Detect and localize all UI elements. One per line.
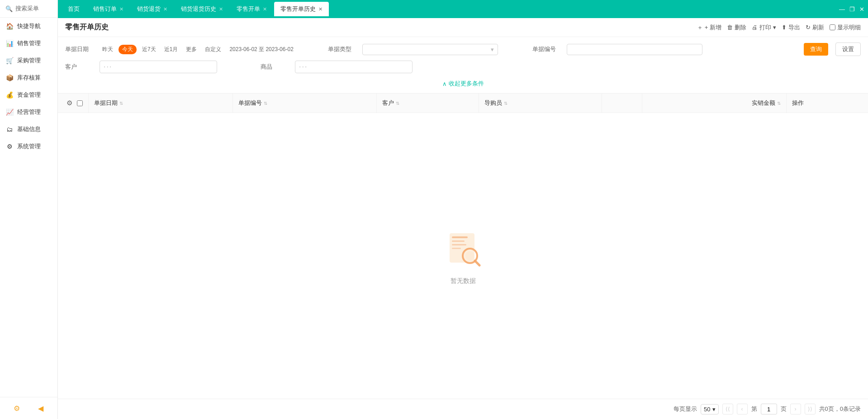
tab-close-sales-return[interactable]: ✕ — [163, 6, 167, 12]
tab-home[interactable]: 首页 — [62, 2, 86, 16]
svg-rect-4 — [452, 248, 461, 249]
purchase-mgmt-icon: 🛒 — [5, 56, 14, 65]
th-no[interactable]: 单据编号 ⇅ — [232, 94, 377, 113]
sort-guide-icon: ⇅ — [504, 101, 508, 106]
tab-close-retail-open[interactable]: ✕ — [263, 6, 267, 12]
customer-select[interactable]: ··· — [100, 61, 217, 73]
prev-page-btn[interactable]: ‹ — [737, 404, 748, 414]
settings-button[interactable]: 设置 — [835, 42, 861, 56]
date-btn-today[interactable]: 今天 — [119, 45, 137, 54]
refresh-label: 刷新 — [812, 24, 824, 32]
sort-no-icon: ⇅ — [264, 101, 267, 106]
display-detail-checkbox[interactable] — [830, 24, 835, 30]
refresh-icon: ↻ — [806, 24, 811, 31]
th-customer[interactable]: 客户 ⇅ — [377, 94, 479, 113]
customer-dots: ··· — [104, 63, 112, 71]
refresh-button[interactable]: ↻ 刷新 — [806, 24, 824, 32]
tab-label-retail-open: 零售开单 — [237, 5, 260, 13]
collapse-label: 收起更多条件 — [449, 80, 484, 88]
doc-type-select[interactable]: ▾ — [362, 44, 498, 55]
doc-no-label: 单据编号 — [532, 45, 560, 53]
add-button[interactable]: ＋ + 新增 — [697, 24, 721, 32]
sidebar-item-quick-nav[interactable]: 🏠 快捷导航 — [0, 18, 57, 35]
tab-label-retail-history: 零售开单历史 — [280, 5, 316, 13]
purchase-mgmt-label: 采购管理 — [17, 56, 41, 65]
add-label: + 新增 — [705, 24, 721, 32]
per-page-select[interactable]: 50 ▾ — [701, 404, 718, 414]
query-button[interactable]: 查询 — [804, 43, 828, 56]
sidebar-item-inventory-check[interactable]: 📦 库存核算 — [0, 69, 57, 86]
empty-illustration — [441, 226, 486, 272]
per-page-value: 50 — [704, 406, 710, 413]
print-icon: 🖨 — [752, 24, 758, 31]
tab-sales-order[interactable]: 销售订单✕ — [87, 2, 130, 16]
th-spacer — [602, 94, 642, 113]
filter-area: 单据日期 昨天 今天 近7天 近1月 更多 自定义 2023-06-02 至 2… — [58, 37, 868, 94]
last-page-btn[interactable]: ⟩⟩ — [805, 404, 816, 414]
basic-info-icon: 🗂 — [5, 125, 14, 133]
collapse-icon: ∧ — [442, 80, 447, 87]
sidebar-item-purchase-mgmt[interactable]: 🛒 采购管理 — [0, 52, 57, 69]
th-guide[interactable]: 导购员 ⇅ — [479, 94, 602, 113]
tab-sales-return[interactable]: 销货退货✕ — [131, 2, 174, 16]
tab-close-sales-order[interactable]: ✕ — [119, 6, 123, 12]
sidebar-search[interactable]: 🔍 搜索采单 — [0, 0, 57, 18]
doc-type-chevron-icon: ▾ — [491, 46, 494, 53]
export-button[interactable]: ⬆ 导出 — [782, 24, 800, 32]
operation-mgmt-icon: 📈 — [5, 108, 14, 116]
sidebar-item-operation-mgmt[interactable]: 📈 经营管理 — [0, 104, 57, 121]
goods-label: 商品 — [261, 63, 288, 71]
date-btn-more[interactable]: 更多 — [183, 45, 199, 54]
select-all-checkbox[interactable] — [77, 100, 83, 106]
next-page-btn[interactable]: › — [790, 404, 801, 414]
tab-retail-history[interactable]: 零售开单历史✕ — [274, 2, 329, 16]
th-no-label: 单据编号 — [238, 99, 262, 107]
print-button[interactable]: 🖨 打印 ▾ — [752, 24, 776, 32]
tab-close-retail-history[interactable]: ✕ — [318, 6, 323, 12]
date-btn-1month[interactable]: 近1月 — [161, 45, 181, 54]
close-window-btn[interactable]: ✕ — [859, 6, 864, 13]
sort-date-icon: ⇅ — [119, 101, 123, 106]
minimize-btn[interactable]: — — [839, 6, 845, 13]
display-detail-label: 显示明细 — [837, 24, 861, 32]
page-number-input[interactable] — [761, 404, 777, 414]
table-settings-icon[interactable]: ⚙ — [63, 97, 75, 109]
sidebar-search-label: 搜索采单 — [15, 5, 39, 13]
doc-no-input[interactable] — [567, 44, 702, 55]
empty-state: 暂无数据 — [58, 113, 868, 399]
th-date[interactable]: 单据日期 ⇅ — [89, 94, 233, 113]
sidebar-item-finance-mgmt[interactable]: 💰 资金管理 — [0, 86, 57, 104]
tab-label-sales-return-history: 销货退货历史 — [181, 5, 216, 13]
sort-customer-icon: ⇅ — [396, 101, 399, 106]
first-page-btn[interactable]: ⟨⟨ — [722, 404, 733, 414]
svg-line-7 — [475, 261, 479, 265]
tab-retail-open[interactable]: 零售开单✕ — [230, 2, 273, 16]
collapse-filter-btn[interactable]: ∧ 收起更多条件 — [65, 78, 861, 89]
query-label: 查询 — [810, 45, 822, 53]
restore-btn[interactable]: ❐ — [849, 6, 855, 13]
sidebar-item-basic-info[interactable]: 🗂 基础信息 — [0, 121, 57, 138]
settings-bottom-btn[interactable]: ⚙ — [10, 402, 23, 414]
system-mgmt-icon: ⚙ — [5, 142, 14, 151]
inventory-check-label: 库存核算 — [17, 74, 41, 82]
tab-label-home: 首页 — [68, 5, 80, 13]
display-detail-btn[interactable]: 显示明细 — [830, 24, 861, 32]
date-btn-custom[interactable]: 自定义 — [202, 45, 224, 54]
finance-mgmt-label: 资金管理 — [17, 91, 41, 99]
tab-close-sales-return-history[interactable]: ✕ — [219, 6, 223, 12]
th-amount[interactable]: 实销金额 ⇅ — [642, 94, 787, 113]
goods-select[interactable]: ··· — [295, 61, 413, 73]
delete-button[interactable]: 🗑 删除 — [727, 24, 746, 32]
sidebar-item-system-mgmt[interactable]: ⚙ 系统管理 — [0, 138, 57, 155]
date-btn-yesterday[interactable]: 昨天 — [100, 45, 116, 54]
page-suffix: 页 — [781, 405, 787, 413]
tab-sales-return-history[interactable]: 销货退货历史✕ — [175, 2, 229, 16]
th-guide-label: 导购员 — [484, 99, 502, 107]
page-title: 零售开单历史 — [65, 23, 109, 32]
sidebar-item-sales-mgmt[interactable]: 📊 销售管理 — [0, 35, 57, 52]
date-btn-7days[interactable]: 近7天 — [139, 45, 159, 54]
collapse-sidebar-btn[interactable]: ◀ — [34, 402, 47, 414]
svg-rect-2 — [452, 240, 465, 242]
th-amount-label: 实销金额 — [752, 99, 775, 107]
delete-icon: 🗑 — [727, 24, 733, 31]
